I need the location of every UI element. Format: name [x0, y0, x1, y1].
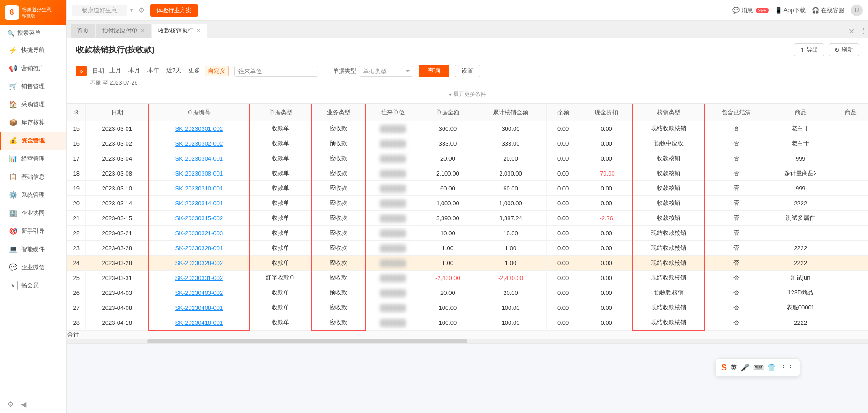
- cell-cash-discount: 0.00: [580, 271, 633, 285]
- sidebar-item-system[interactable]: ⚙️ 系统管理: [0, 186, 66, 204]
- cell-counterpart: ██████: [365, 166, 420, 181]
- app-download-link[interactable]: 📱 App下载: [775, 6, 806, 14]
- cell-product: 衣服00001: [767, 300, 834, 315]
- cell-voucher-no[interactable]: SK-20230408-001: [149, 300, 250, 315]
- filter-counterpart-group: ···: [234, 66, 327, 77]
- support-link[interactable]: 🎧 在线客服: [812, 6, 844, 14]
- tab-close-all-icon[interactable]: ✕: [849, 27, 854, 36]
- solution-button[interactable]: 体验行业方案: [150, 4, 198, 17]
- cell-seq: 19: [67, 181, 85, 196]
- export-button[interactable]: ⬆ 导出: [794, 43, 824, 56]
- query-button[interactable]: 查询: [419, 65, 449, 77]
- table-row: 222023-03-21SK-20230321-003收款单应收款██████1…: [67, 226, 868, 241]
- cell-voucher-no[interactable]: SK-20230304-001: [149, 151, 250, 166]
- cell-balance: 0.00: [546, 196, 580, 211]
- cell-product2: [834, 196, 868, 211]
- cell-balance: 0.00: [546, 181, 580, 196]
- cell-include-settled: 否: [705, 271, 767, 285]
- col-header-include-settled: 包含已结清: [705, 104, 767, 121]
- topbar-dropdown-arrow[interactable]: ▾: [130, 7, 133, 14]
- collapse-icon[interactable]: ◀: [21, 400, 26, 408]
- cell-voucher-no[interactable]: SK-20230302-002: [149, 136, 250, 151]
- topbar-gear-icon[interactable]: ⚙: [138, 6, 145, 14]
- sidebar-item-purchase[interactable]: 🏠 采购管理: [0, 95, 66, 114]
- cell-product2: [834, 136, 868, 151]
- expand-chevron-down-icon: ▾: [449, 91, 452, 98]
- tab-collection-close[interactable]: ✕: [196, 28, 201, 34]
- scrollbar-thumb[interactable]: [147, 339, 467, 343]
- refresh-icon: ↻: [835, 47, 840, 53]
- sidebar-search[interactable]: 🔍 搜索菜单: [0, 25, 66, 41]
- sidebar-item-wechat[interactable]: 💬 企业微信: [0, 258, 66, 276]
- cell-voucher-no[interactable]: SK-20230321-003: [149, 226, 250, 241]
- sidebar-item-hardware[interactable]: 💻 智能硬件: [0, 240, 66, 258]
- filter-date-last-month[interactable]: 上月: [107, 66, 124, 76]
- counterpart-input[interactable]: [234, 66, 318, 77]
- settings-button[interactable]: 设置: [455, 65, 480, 77]
- cell-cumulative: 1,000.00: [475, 196, 546, 211]
- table-row: 252023-03-31SK-20230331-002红字收款单应收款█████…: [67, 271, 868, 285]
- cell-product2: [834, 300, 868, 315]
- messages-badge: 99+: [756, 8, 769, 13]
- footer-col-empty-1: [149, 330, 250, 339]
- cell-counterpart: ██████: [365, 285, 420, 300]
- filter-expand-button[interactable]: »: [76, 66, 87, 76]
- sidebar-item-inventory[interactable]: 📦 库存核算: [0, 114, 66, 132]
- cell-cash-discount: -70.00: [580, 166, 633, 181]
- cell-voucher-type: 收款单: [250, 151, 312, 166]
- cell-voucher-no[interactable]: SK-20230314-001: [149, 196, 250, 211]
- tab-prepaid-close[interactable]: ✕: [140, 28, 145, 34]
- cell-product: [767, 226, 834, 241]
- sidebar-item-sales[interactable]: 🛒 销售管理: [0, 77, 66, 95]
- cell-cancel-type: 现结收款核销: [633, 226, 705, 241]
- cell-counterpart: ██████: [365, 151, 420, 166]
- filter-date-this-month[interactable]: 本月: [126, 66, 143, 76]
- table-row: 212023-03-15SK-20230315-002收款单应收款██████3…: [67, 211, 868, 226]
- tab-expand-icon[interactable]: ⛶: [857, 28, 864, 36]
- tab-home[interactable]: 首页: [71, 24, 95, 38]
- cell-counterpart: ██████: [365, 315, 420, 331]
- voucher-type-select[interactable]: 单据类型: [359, 66, 413, 77]
- filter-more-button[interactable]: ▾ 展开更多条件: [449, 90, 486, 98]
- cell-voucher-no[interactable]: SK-20230310-001: [149, 181, 250, 196]
- table-scrollbar[interactable]: [67, 339, 868, 343]
- cell-amount: 3,390.00: [420, 211, 475, 226]
- sidebar-item-marketing[interactable]: 📢 营销推广: [0, 59, 66, 77]
- cell-voucher-no[interactable]: SK-20230328-002: [149, 256, 250, 271]
- tab-prepaid[interactable]: 预付应应付单 ✕: [96, 24, 151, 38]
- topbar-brand: 畅康道好生意: [72, 5, 127, 16]
- filter-date-this-year[interactable]: 本年: [145, 66, 162, 76]
- cell-amount: 1.00: [420, 241, 475, 256]
- cell-voucher-no[interactable]: SK-20230301-002: [149, 121, 250, 136]
- cell-date: 2023-03-21: [85, 226, 149, 241]
- sidebar-item-corp[interactable]: 🏢 企业协同: [0, 204, 66, 222]
- cell-voucher-no[interactable]: SK-20230315-002: [149, 211, 250, 226]
- sidebar-item-operation[interactable]: 📊 经营管理: [0, 150, 66, 168]
- cell-voucher-type: 收款单: [250, 285, 312, 300]
- refresh-button[interactable]: ↻ 刷新: [829, 43, 859, 56]
- sidebar-item-label: 采购管理: [21, 100, 45, 109]
- export-icon: ⬆: [800, 47, 805, 53]
- filter-date-more[interactable]: 更多: [186, 66, 203, 76]
- sidebar-item-label: 系统管理: [21, 191, 45, 199]
- cell-biz-type: 预收款: [312, 136, 365, 151]
- user-avatar[interactable]: U: [851, 5, 863, 16]
- cell-voucher-no[interactable]: SK-20230308-001: [149, 166, 250, 181]
- sidebar-item-finance[interactable]: 💰 资金管理: [0, 132, 66, 150]
- sidebar-item-guide[interactable]: 🎯 新手引导: [0, 222, 66, 240]
- cell-voucher-no[interactable]: SK-20230331-002: [149, 271, 250, 285]
- message-icon[interactable]: 💬 消息 99+: [732, 6, 769, 14]
- col-header-balance: 余额: [546, 104, 580, 121]
- filter-date-custom[interactable]: 自定义: [205, 66, 229, 76]
- tab-collection[interactable]: 收款核销执行 ✕: [152, 24, 207, 38]
- counterpart-ellipsis[interactable]: ···: [321, 67, 327, 75]
- filter-date-7days[interactable]: 近7天: [164, 66, 184, 76]
- col-header-biz-type: 业务类型: [312, 104, 365, 121]
- settings-footer-icon[interactable]: ⚙: [7, 400, 14, 408]
- sidebar-item-quicknav[interactable]: ⚡ 快捷导航: [0, 41, 66, 59]
- sidebar-item-member[interactable]: V 畅会员: [0, 276, 66, 294]
- sidebar-item-basic[interactable]: 📋 基础信息: [0, 168, 66, 186]
- cell-voucher-no[interactable]: SK-20230403-002: [149, 285, 250, 300]
- cell-voucher-no[interactable]: SK-20230328-001: [149, 241, 250, 256]
- cell-voucher-no[interactable]: SK-20230418-001: [149, 315, 250, 331]
